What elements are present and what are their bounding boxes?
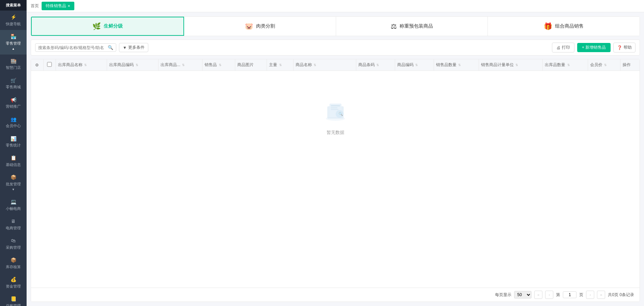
col-member-price-label: 会员价	[590, 62, 602, 67]
print-button[interactable]: 🖨 打印	[552, 43, 574, 52]
sidebar-item-member-center[interactable]: 👥 会员中心	[0, 113, 27, 132]
sort-icon-out-name[interactable]: ⇅	[84, 63, 87, 67]
sidebar-item-ecom-mgmt[interactable]: 🖥 电商管理	[0, 215, 27, 234]
home-tab[interactable]: 首页	[31, 3, 39, 9]
col-out-name-label: 出库商品名称	[58, 62, 83, 67]
svg-rect-3	[331, 105, 340, 106]
fresh-grade-icon: 🌿	[92, 22, 101, 30]
sort-icon-out-code[interactable]: ⇅	[136, 63, 138, 67]
sidebar-item-retail-mall[interactable]: 🛒 零售商城	[0, 74, 27, 93]
combo-sales-icon: 🎁	[544, 22, 552, 30]
page-input[interactable]	[563, 291, 576, 298]
sidebar-item-smart-store[interactable]: 🏬 智慧门店	[0, 55, 27, 74]
col-sales-item-label: 销售品	[205, 62, 217, 67]
col-product-name-label: 商品名称	[296, 62, 312, 67]
sort-icon-main-weight[interactable]: ⇅	[279, 63, 282, 67]
sidebar-label-purchase-mgmt: 采购管理	[6, 245, 21, 250]
content-area: 🌿 生鲜分级 🐷 肉类分割 ⚖ 称重预包装商品 🎁 组合商品销售 🔍	[27, 12, 644, 306]
cat-tab-fresh-grade[interactable]: 🌿 生鲜分级	[31, 17, 184, 36]
next-page-button[interactable]: ›	[586, 291, 594, 299]
current-tab[interactable]: 特殊销售品 ✕	[42, 2, 74, 10]
sidebar-item-batch-mgmt[interactable]: 📦 批发管理 ▼	[0, 171, 27, 195]
sidebar-label-batch-mgmt: 批发管理	[6, 182, 21, 187]
cat-tab-weighed-pkg[interactable]: ⚖ 称重预包装商品	[336, 17, 488, 36]
help-button[interactable]: ❓ 帮助	[613, 43, 635, 52]
table-scroll[interactable]: ⚙ 出库商品名称 ⇅ 出库商品编码 ⇅	[31, 59, 640, 288]
page-label: 第	[556, 292, 560, 298]
retail-mall-icon: 🛒	[11, 77, 16, 84]
sort-icon-product-code[interactable]: ⇅	[415, 63, 418, 67]
last-page-button[interactable]: »	[597, 291, 605, 299]
batch-mgmt-icon: 📦	[11, 174, 16, 181]
purchase-mgmt-icon: 🛍	[11, 238, 16, 244]
svg-text:🔍: 🔍	[338, 112, 343, 116]
prev-page-button[interactable]: ‹	[545, 291, 553, 299]
sort-icon-product-name[interactable]: ⇅	[314, 63, 316, 67]
sidebar-item-marketing[interactable]: 📢 营销推广	[0, 93, 27, 113]
col-sales-qty-label: 销售品数量	[436, 62, 456, 67]
sort-icon-out-qty[interactable]: ⇅	[567, 63, 570, 67]
col-out-name: 出库商品名称 ⇅	[56, 59, 107, 71]
marketing-icon: 📢	[11, 97, 16, 104]
sort-icon-member-price[interactable]: ⇅	[604, 63, 607, 67]
sidebar-item-retail-stats[interactable]: 📊 零售统计	[0, 132, 27, 152]
sidebar-label-retail-mgmt: 零售管理	[6, 41, 21, 46]
total-text: 共0页 0条记录	[608, 292, 634, 298]
tab-close-icon[interactable]: ✕	[68, 4, 70, 8]
sidebar-item-retail-mgmt[interactable]: 🏪 零售管理 ▲	[0, 30, 27, 55]
sidebar-item-mini-ecom[interactable]: 💻 小畅电商	[0, 195, 27, 215]
col-member-price: 会员价 ⇅	[588, 59, 620, 71]
member-center-icon: 👥	[11, 116, 16, 123]
help-label: 帮助	[624, 45, 632, 50]
sidebar: 搜索菜单 ⚡ 快捷导航 🏪 零售管理 ▲ 🏬 智慧门店 🛒 零售商城 📢 营销推…	[0, 0, 27, 306]
col-product-code: 商品编码 ⇅	[395, 59, 434, 71]
quick-nav-icon: ⚡	[11, 14, 16, 21]
sidebar-label-basic-info: 基础信息	[6, 162, 21, 167]
col-out-qty-label: 出库品数量	[545, 62, 565, 67]
first-page-button[interactable]: «	[534, 291, 542, 299]
sort-icon-barcode[interactable]: ⇅	[376, 63, 379, 67]
sidebar-label-ledger-mgmt: 总账管理	[6, 303, 21, 306]
print-icon: 🖨	[556, 45, 560, 50]
select-all-checkbox[interactable]	[47, 62, 52, 67]
data-table: ⚙ 出库商品名称 ⇅ 出库商品编码 ⇅	[31, 59, 640, 71]
sort-icon-sales-item[interactable]: ⇅	[219, 63, 222, 67]
empty-state-icon: 🔍	[322, 98, 349, 125]
sidebar-item-basic-info[interactable]: 📋 基础信息	[0, 151, 27, 171]
sidebar-item-ledger-mgmt[interactable]: 📒 总账管理	[0, 292, 27, 306]
sidebar-item-inventory[interactable]: 📦 库存核算	[0, 254, 27, 273]
sidebar-item-quick-nav[interactable]: ⚡ 快捷导航	[0, 11, 27, 30]
search-icon[interactable]: 🔍	[108, 45, 113, 50]
category-tabs: 🌿 生鲜分级 🐷 肉类分割 ⚖ 称重预包装商品 🎁 组合商品销售	[31, 16, 640, 36]
cat-tab-combo-sales-label: 组合商品销售	[555, 23, 584, 29]
filter-button[interactable]: ▼ 更多条件	[119, 43, 148, 52]
col-action: 操作	[620, 59, 640, 71]
cat-tab-combo-sales[interactable]: 🎁 组合商品销售	[488, 17, 640, 36]
col-out-code-label: 出库商品编码	[109, 62, 134, 67]
search-box[interactable]: 🔍	[35, 43, 116, 52]
add-label: + 新增销售品	[582, 45, 606, 50]
cat-tab-weighed-pkg-label: 称重预包装商品	[400, 23, 433, 29]
cat-tab-meat-cut[interactable]: 🐷 肉类分割	[184, 17, 336, 36]
sidebar-item-capital-mgmt[interactable]: 💰 资金管理	[0, 273, 27, 292]
sidebar-item-purchase-mgmt[interactable]: 🛍 采购管理	[0, 234, 27, 254]
col-main-weight: 主量 ⇅	[267, 59, 293, 71]
sidebar-label-member-center: 会员中心	[6, 123, 21, 128]
filter-label: 更多条件	[128, 45, 145, 50]
sort-icon-out-spec[interactable]: ⇅	[182, 63, 185, 67]
per-page-select[interactable]: 50 10 20 100	[514, 291, 531, 299]
add-sales-button[interactable]: + 新增销售品	[577, 43, 611, 52]
basic-info-icon: 📋	[11, 155, 16, 162]
gear-icon[interactable]: ⚙	[35, 63, 39, 67]
print-label: 打印	[562, 45, 570, 50]
col-product-name: 商品名称 ⇅	[293, 59, 356, 71]
col-check[interactable]	[43, 59, 56, 71]
sort-icon-sales-unit[interactable]: ⇅	[515, 63, 518, 67]
col-gear[interactable]: ⚙	[31, 59, 43, 71]
ecom-mgmt-icon: 🖥	[11, 218, 16, 225]
topbar: 首页 特殊销售品 ✕	[27, 0, 644, 12]
sort-icon-sales-qty[interactable]: ⇅	[458, 63, 461, 67]
sidebar-label-retail-stats: 零售统计	[6, 143, 21, 148]
search-input[interactable]	[38, 45, 106, 50]
col-barcode: 商品条码 ⇅	[356, 59, 395, 71]
